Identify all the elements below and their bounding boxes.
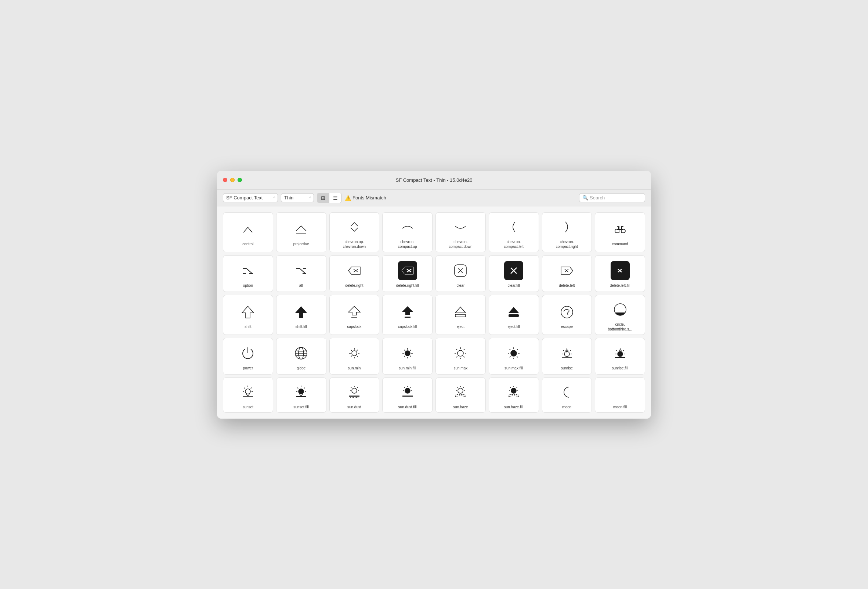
svg-point-96	[298, 389, 304, 394]
icon-cell-shift-fill[interactable]: shift.fill	[276, 295, 326, 335]
shift-fill-label: shift.fill	[295, 324, 307, 329]
icon-cell-moon[interactable]: moon	[542, 378, 592, 413]
sun-dust-fill-icon	[385, 382, 429, 403]
icon-cell-power[interactable]: power	[223, 338, 273, 375]
svg-point-112	[405, 388, 410, 393]
icon-cell-chevron-compact-left[interactable]: chevron.compact.left	[489, 212, 539, 252]
capslock-fill-label: capslock.fill	[398, 324, 417, 329]
clear-icon	[439, 261, 483, 281]
sun-max-fill-label: sun.max.fill	[505, 366, 523, 371]
alt-label: alt	[299, 283, 303, 288]
search-placeholder: Search	[590, 195, 605, 201]
search-icon: 🔍	[582, 195, 588, 201]
svg-line-45	[357, 350, 358, 351]
sun-haze-icon	[439, 382, 483, 403]
svg-line-131	[517, 387, 517, 388]
icon-cell-sunset-fill[interactable]: sunset.fill	[276, 378, 326, 413]
icon-cell-eject-fill[interactable]: eject.fill	[489, 295, 539, 335]
shift-label: shift	[245, 324, 251, 329]
grid-view-button[interactable]: ⊞	[317, 193, 329, 203]
icon-cell-command[interactable]: command	[595, 212, 645, 252]
warning-area: ⚠️ Fonts Mismatch	[345, 195, 386, 201]
sun-min-fill-icon	[385, 343, 429, 363]
maximize-button[interactable]	[238, 178, 242, 182]
icon-cell-globe[interactable]: globe	[276, 338, 326, 375]
icon-cell-sun-min-fill[interactable]: sun.min.fill	[382, 338, 433, 375]
svg-marker-29	[455, 307, 466, 313]
icon-cell-sun-dust[interactable]: sun.dust	[329, 378, 380, 413]
weight-select[interactable]: Thin	[281, 193, 314, 202]
icon-cell-clear[interactable]: clear	[435, 255, 486, 292]
icon-cell-delete-right[interactable]: delete.right	[329, 255, 380, 292]
weight-select-wrapper[interactable]: Thin	[281, 193, 314, 202]
font-select[interactable]: SF Compact Text	[223, 193, 278, 202]
sunset-fill-label: sunset.fill	[293, 404, 309, 409]
svg-line-86	[616, 350, 617, 351]
icon-cell-alt[interactable]: alt	[276, 255, 326, 292]
icon-cell-clear-fill[interactable]: clear.fill	[489, 255, 539, 292]
font-select-wrapper[interactable]: SF Compact Text	[223, 193, 278, 202]
projective-icon	[279, 219, 323, 239]
icon-cell-chevron-compact-up[interactable]: chevron.compact.up	[382, 212, 433, 252]
icon-cell-moon-fill[interactable]: moon.fill	[595, 378, 645, 413]
moon-fill-icon	[598, 382, 642, 403]
chevron-compact-up-icon	[385, 217, 429, 237]
icon-cell-capslock-fill[interactable]: capslock.fill	[382, 295, 433, 335]
icon-cell-shift[interactable]: shift	[223, 295, 273, 335]
control-icon	[226, 219, 270, 239]
icon-cell-sunrise[interactable]: sunrise	[542, 338, 592, 375]
svg-line-116	[404, 387, 404, 388]
icon-cell-option[interactable]: option	[223, 255, 273, 292]
svg-marker-25	[348, 306, 360, 315]
icon-cell-sun-haze-fill[interactable]: sun.haze.fill	[489, 378, 539, 413]
icon-cell-delete-left-fill[interactable]: delete.left.fill	[595, 255, 645, 292]
alt-icon	[279, 261, 323, 281]
list-view-button[interactable]: ☰	[329, 193, 341, 203]
search-box[interactable]: 🔍 Search	[579, 193, 645, 202]
icon-cell-chevron-compact-down[interactable]: chevron.compact.down	[435, 212, 486, 252]
svg-marker-24	[295, 306, 307, 318]
chevron-compact-left-label: chevron.compact.left	[504, 239, 524, 249]
icon-cell-sun-max-fill[interactable]: sun.max.fill	[489, 338, 539, 375]
sun-min-fill-label: sun.min.fill	[399, 366, 416, 371]
icon-cell-delete-right-fill[interactable]: delete.right.fill	[382, 255, 433, 292]
escape-icon	[545, 302, 589, 322]
icon-cell-sunset[interactable]: sunset	[223, 378, 273, 413]
svg-marker-31	[509, 307, 519, 313]
delete-right-label: delete.right	[345, 283, 363, 288]
capslock-fill-icon	[385, 302, 429, 322]
sun-haze-fill-icon	[492, 382, 536, 403]
icon-cell-chevron-compact-right[interactable]: chevron.compact.right	[542, 212, 592, 252]
icon-cell-circle-bottomthird[interactable]: circle.bottomthird.s...	[595, 295, 645, 335]
svg-line-54	[410, 350, 411, 351]
icon-cell-chevron-up-down[interactable]: chevron.up.chevron.down	[329, 212, 380, 252]
globe-label: globe	[297, 366, 306, 371]
delete-right-icon	[333, 261, 376, 281]
icon-cell-eject[interactable]: eject	[435, 295, 486, 335]
svg-line-78	[563, 350, 564, 351]
svg-line-108	[357, 387, 358, 388]
icon-cell-sunrise-fill[interactable]: sunrise.fill	[595, 338, 645, 375]
sunset-fill-icon	[279, 382, 323, 403]
icon-cell-sun-min[interactable]: sun.min	[329, 338, 380, 375]
icon-cell-projective[interactable]: projective	[276, 212, 326, 252]
minimize-button[interactable]	[230, 178, 235, 182]
svg-line-70	[510, 349, 511, 350]
icon-cell-escape[interactable]: escape	[542, 295, 592, 335]
icon-cell-delete-left[interactable]: delete.left	[542, 255, 592, 292]
capslock-label: capslock	[347, 324, 361, 329]
icon-cell-sun-max[interactable]: sun.max	[435, 338, 486, 375]
svg-point-38	[352, 351, 357, 356]
eject-icon	[439, 302, 483, 322]
sun-min-icon	[333, 343, 376, 363]
delete-right-fill-label: delete.right.fill	[396, 283, 419, 288]
svg-line-71	[517, 357, 518, 358]
moon-icon	[545, 382, 589, 403]
icon-cell-control[interactable]: control	[223, 212, 273, 252]
icon-cell-sun-haze[interactable]: sun.haze	[435, 378, 486, 413]
icon-cell-capslock[interactable]: capslock	[329, 295, 380, 335]
svg-rect-32	[509, 314, 519, 317]
close-button[interactable]	[223, 178, 227, 182]
delete-left-icon	[545, 261, 589, 281]
icon-cell-sun-dust-fill[interactable]: sun.dust.fill	[382, 378, 433, 413]
